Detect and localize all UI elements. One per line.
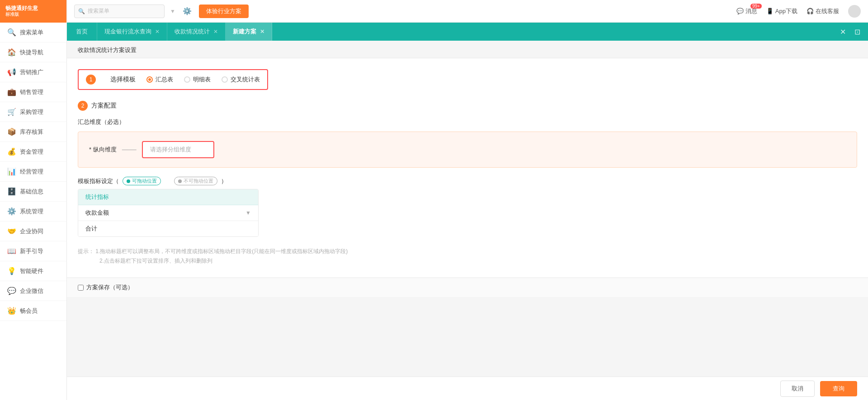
tab-expand-btn[interactable]: ⊡ [852,26,863,37]
metrics-row-1: 合计 [78,221,258,236]
sidebar-item-label: 新手引导 [20,247,43,255]
metrics-config-label: 模板指标设定（ 可拖动位置 不可拖动位置 ） [78,177,857,185]
metrics-section: 模板指标设定（ 可拖动位置 不可拖动位置 ） 统计指标 [78,177,857,237]
vertical-dim-label: * 纵向维度 [89,146,117,154]
save-checkbox[interactable] [78,285,84,291]
message-button[interactable]: 💬 消息 99+ [736,7,757,15]
guide-icon: 📖 [7,247,16,255]
template-selection: 1 选择模板 汇总表 明细表 交叉统计表 [78,69,268,90]
cancel-button[interactable]: 取消 [780,381,815,397]
sidebar-item-member[interactable]: 👑 畅会员 [0,301,66,321]
sidebar-item-cooperation[interactable]: 🤝 企业协同 [0,221,66,241]
trial-button[interactable]: 体验行业方案 [199,5,249,18]
sidebar-item-label: 经营管理 [20,168,43,176]
management-icon: 📊 [7,167,16,176]
metrics-dropdown-icon-0[interactable]: ▼ [245,210,251,216]
purchase-icon: 🛒 [7,108,16,116]
radio-detail[interactable]: 明细表 [184,75,211,84]
topbar-search[interactable]: 🔍 搜索菜单 [74,5,165,18]
page-header: 收款情况统计方案设置 [67,41,868,58]
marketing-icon: 📢 [7,68,16,76]
sidebar-item-search[interactable]: 🔍 搜索菜单 [0,23,66,42]
radio-summary[interactable]: 汇总表 [146,75,173,84]
tab-close-btn[interactable]: ✕ [837,26,848,37]
hardware-icon: 💡 [7,267,16,275]
non-draggable-label: 不可拖动位置 [184,178,213,184]
sidebar: 畅捷通好生意 标准版 🔍 搜索菜单 🏠 快捷导航 📢 营销推广 💼 销售管理 🛒… [0,0,67,400]
dimension-label: 汇总维度（必选） [78,118,857,126]
topbar-dropdown[interactable]: ▼ [170,8,175,14]
sidebar-item-basic-info[interactable]: 🗄️ 基础信息 [0,182,66,202]
radio-cross-dot [222,76,228,83]
message-icon: 💬 [736,8,744,14]
user-avatar[interactable] [848,5,861,18]
basic-info-icon: 🗄️ [7,187,16,196]
radio-cross-label: 交叉统计表 [231,75,260,84]
tab-new-scheme-close[interactable]: ✕ [260,28,264,35]
finance-icon: 💰 [7,147,16,156]
tab-receipt-stats-label: 收款情况统计 [175,28,210,36]
radio-summary-dot [146,76,153,83]
tab-new-scheme-label: 新建方案 [233,28,256,36]
sidebar-item-purchase[interactable]: 🛒 采购管理 [0,102,66,122]
sidebar-item-label: 资金管理 [20,148,43,156]
weixin-icon: 💬 [7,287,16,295]
sidebar-item-inventory[interactable]: 📦 库存核算 [0,122,66,142]
form-area: 1 选择模板 汇总表 明细表 交叉统计表 [67,58,868,278]
tab-new-scheme[interactable]: 新建方案 ✕ [226,23,272,41]
tab-receipt-stats[interactable]: 收款情况统计 ✕ [167,23,226,41]
footer-bar: 取消 查询 [67,376,868,400]
sales-icon: 💼 [7,88,16,96]
sidebar-item-marketing[interactable]: 📢 营销推广 [0,62,66,82]
service-label: 在线客服 [816,7,839,15]
search-placeholder: 搜索菜单 [88,7,109,15]
tab-home-label: 首页 [76,28,88,36]
dropdown-text: ▼ [170,8,175,14]
metrics-name-0: 收款金额 [85,209,109,217]
radio-summary-label: 汇总表 [156,75,173,84]
sidebar-item-label: 企业微信 [20,287,43,295]
online-service-button[interactable]: 🎧 在线客服 [807,7,839,15]
main-area: 🔍 搜索菜单 ▼ ⚙️ 体验行业方案 💬 消息 99+ 📱 App下载 🎧 在线… [67,0,868,400]
member-icon: 👑 [7,306,16,315]
save-label: 方案保存（可选） [86,283,133,292]
query-button[interactable]: 查询 [820,381,857,396]
sidebar-item-hardware[interactable]: 💡 智能硬件 [0,261,66,281]
search-icon: 🔍 [78,8,85,14]
radio-cross[interactable]: 交叉统计表 [222,75,260,84]
tab-receipt-stats-close[interactable]: ✕ [213,28,218,35]
radio-detail-dot [184,76,190,83]
search-icon: 🔍 [7,28,16,37]
tip-1: 2.点击标题栏下拉可设置排序、插入列和删除列 [78,257,857,265]
tab-cash-bank[interactable]: 现金银行流水查询 ✕ [97,23,167,41]
sidebar-item-label: 库存核算 [20,128,43,136]
section1-title: 选择模板 [110,75,136,84]
inventory-icon: 📦 [7,127,16,136]
message-badge: 99+ [750,4,762,9]
tips-section: 提示： 1.拖动标题栏可以调整布局，不可跨维度或指标区域拖动栏目字段(只能在同一… [78,248,857,265]
app-download-button[interactable]: 📱 App下载 [766,7,797,15]
download-icon: 📱 [766,8,774,14]
metrics-header: 统计指标 [78,189,258,205]
draggable-dot [127,179,130,183]
sidebar-item-weixin[interactable]: 💬 企业微信 [0,281,66,301]
tab-cash-bank-close[interactable]: ✕ [155,28,160,35]
system-icon: ⚙️ [7,207,16,216]
sidebar-item-label: 销售管理 [20,88,43,96]
sidebar-item-guide[interactable]: 📖 新手引导 [0,241,66,261]
sidebar-item-finance[interactable]: 💰 资金管理 [0,142,66,162]
gear-icon[interactable]: ⚙️ [183,7,192,15]
sidebar-item-management[interactable]: 📊 经营管理 [0,162,66,182]
section1-number: 1 [86,75,96,85]
sidebar-item-system[interactable]: ⚙️ 系统管理 [0,202,66,221]
sidebar-item-home[interactable]: 🏠 快捷导航 [0,42,66,62]
draggable-badge: 可拖动位置 [123,177,161,185]
dimension-section: 汇总维度（必选） * 纵向维度 —— 请选择分组维度 [78,118,857,168]
tab-home[interactable]: 首页 [67,23,97,41]
vertical-dim-selector[interactable]: 请选择分组维度 [142,141,214,158]
dimension-area: * 纵向维度 —— 请选择分组维度 [78,132,857,168]
sidebar-item-label: 快捷导航 [20,48,43,56]
sidebar-item-sales[interactable]: 💼 销售管理 [0,82,66,102]
sidebar-item-label: 采购管理 [20,108,43,116]
sidebar-item-label: 畅会员 [20,307,38,315]
